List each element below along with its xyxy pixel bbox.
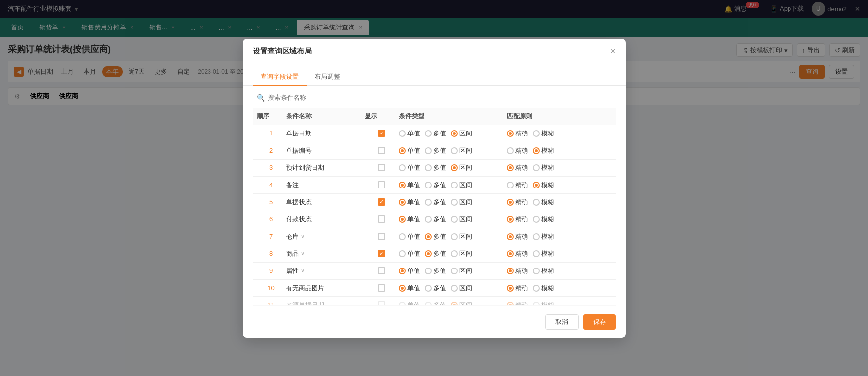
table-row: 1单据日期✓单值多值区间精确模糊 — [253, 125, 616, 142]
match-radio-模糊[interactable]: 模糊 — [533, 249, 554, 258]
match-radio-精确[interactable]: 精确 — [507, 301, 528, 306]
type-radio-区间[interactable]: 区间 — [451, 129, 472, 138]
show-checkbox[interactable] — [378, 233, 385, 240]
type-radio-区间[interactable]: 区间 — [451, 284, 472, 293]
show-checkbox[interactable] — [378, 267, 385, 274]
table-row: 10有无商品图片单值多值区间精确模糊 — [253, 280, 616, 297]
search-box: 🔍 — [253, 92, 361, 104]
type-radio-区间[interactable]: 区间 — [451, 267, 472, 275]
table-row: 2单据编号单值多值区间精确模糊 — [253, 142, 616, 160]
type-radio-多值[interactable]: 多值 — [425, 301, 446, 306]
show-checkbox[interactable] — [378, 164, 385, 171]
match-radio-精确[interactable]: 精确 — [507, 284, 528, 293]
show-checkbox[interactable] — [378, 301, 385, 306]
type-radio-多值[interactable]: 多值 — [425, 163, 446, 172]
match-radio-精确[interactable]: 精确 — [507, 181, 528, 189]
match-radio-精确[interactable]: 精确 — [507, 129, 528, 138]
table-row: 8商品 ∨✓单值多值区间精确模糊 — [253, 245, 616, 263]
dialog-title: 设置查询区域布局 — [253, 47, 312, 56]
match-radio-精确[interactable]: 精确 — [507, 267, 528, 275]
match-radio-模糊[interactable]: 模糊 — [533, 198, 554, 207]
type-radio-单值[interactable]: 单值 — [399, 267, 420, 275]
type-radio-区间[interactable]: 区间 — [451, 249, 472, 258]
dialog-search-area: 🔍 — [243, 86, 626, 108]
match-radio-模糊[interactable]: 模糊 — [533, 267, 554, 275]
type-radio-区间[interactable]: 区间 — [451, 215, 472, 224]
type-radio-单值[interactable]: 单值 — [399, 129, 420, 138]
type-radio-单值[interactable]: 单值 — [399, 181, 420, 189]
table-row: 9属性 ∨单值多值区间精确模糊 — [253, 263, 616, 280]
type-radio-单值[interactable]: 单值 — [399, 198, 420, 207]
type-radio-多值[interactable]: 多值 — [425, 181, 446, 189]
show-checkbox[interactable] — [378, 181, 385, 188]
type-radio-区间[interactable]: 区间 — [451, 146, 472, 155]
match-radio-精确[interactable]: 精确 — [507, 163, 528, 172]
show-checkbox[interactable]: ✓ — [378, 198, 385, 206]
match-radio-精确[interactable]: 精确 — [507, 198, 528, 207]
search-icon: 🔍 — [257, 94, 265, 102]
type-radio-多值[interactable]: 多值 — [425, 284, 446, 293]
type-radio-多值[interactable]: 多值 — [425, 198, 446, 207]
match-radio-精确[interactable]: 精确 — [507, 249, 528, 258]
settings-dialog: 设置查询区域布局 × 查询字段设置 布局调整 🔍 顺序 条件名称 — [243, 39, 626, 332]
match-radio-模糊[interactable]: 模糊 — [533, 232, 554, 241]
search-input[interactable] — [268, 94, 346, 101]
match-radio-模糊[interactable]: 模糊 — [533, 301, 554, 306]
match-radio-模糊[interactable]: 模糊 — [533, 163, 554, 172]
type-radio-区间[interactable]: 区间 — [451, 163, 472, 172]
match-radio-精确[interactable]: 精确 — [507, 232, 528, 241]
table-head: 顺序 条件名称 显示 条件类型 匹配原则 — [253, 108, 616, 125]
type-radio-区间[interactable]: 区间 — [451, 301, 472, 306]
show-checkbox[interactable] — [378, 284, 385, 292]
table-row: 5单据状态✓单值多值区间精确模糊 — [253, 194, 616, 211]
type-radio-单值[interactable]: 单值 — [399, 249, 420, 258]
type-radio-多值[interactable]: 多值 — [425, 232, 446, 241]
type-radio-单值[interactable]: 单值 — [399, 284, 420, 293]
save-btn[interactable]: 保存 — [583, 314, 616, 330]
dialog-footer: 取消 保存 — [243, 306, 626, 332]
match-radio-模糊[interactable]: 模糊 — [533, 215, 554, 224]
table-row: 3预计到货日期单值多值区间精确模糊 — [253, 160, 616, 177]
dialog-overlay[interactable]: 设置查询区域布局 × 查询字段设置 布局调整 🔍 顺序 条件名称 — [0, 0, 868, 332]
show-checkbox[interactable]: ✓ — [378, 250, 385, 257]
type-radio-多值[interactable]: 多值 — [425, 215, 446, 224]
type-radio-多值[interactable]: 多值 — [425, 146, 446, 155]
table-row: 11来源单据日期单值多值区间精确模糊 — [253, 297, 616, 306]
table-rows: 1单据日期✓单值多值区间精确模糊2单据编号单值多值区间精确模糊3预计到货日期单值… — [253, 125, 616, 306]
show-checkbox[interactable] — [378, 147, 385, 154]
type-radio-区间[interactable]: 区间 — [451, 181, 472, 189]
dialog-header: 设置查询区域布局 × — [243, 39, 626, 62]
dialog-close-btn[interactable]: × — [610, 47, 616, 55]
show-checkbox[interactable]: ✓ — [378, 130, 385, 137]
cancel-btn[interactable]: 取消 — [545, 314, 579, 330]
type-radio-多值[interactable]: 多值 — [425, 249, 446, 258]
type-radio-区间[interactable]: 区间 — [451, 198, 472, 207]
table-row: 7仓库 ∨单值多值区间精确模糊 — [253, 228, 616, 245]
type-radio-多值[interactable]: 多值 — [425, 267, 446, 275]
table-row: 6付款状态单值多值区间精确模糊 — [253, 211, 616, 228]
dialog-table: 顺序 条件名称 显示 条件类型 匹配原则 1单据日期✓单值多值区间精确模糊2单据… — [243, 108, 626, 306]
dialog-tabs: 查询字段设置 布局调整 — [243, 62, 626, 86]
type-radio-区间[interactable]: 区间 — [451, 232, 472, 241]
tab-query-fields[interactable]: 查询字段设置 — [253, 68, 307, 86]
type-radio-单值[interactable]: 单值 — [399, 163, 420, 172]
match-radio-模糊[interactable]: 模糊 — [533, 146, 554, 155]
type-radio-多值[interactable]: 多值 — [425, 129, 446, 138]
main-area: 采购订单统计表(按供应商) 🖨 按模板打印 ▾ ↑ 导出 ↺ 刷新 ◀ 单据日期… — [0, 37, 868, 332]
type-radio-单值[interactable]: 单值 — [399, 146, 420, 155]
type-radio-单值[interactable]: 单值 — [399, 301, 420, 306]
match-radio-模糊[interactable]: 模糊 — [533, 181, 554, 189]
show-checkbox[interactable] — [378, 215, 385, 223]
type-radio-单值[interactable]: 单值 — [399, 232, 420, 241]
type-radio-单值[interactable]: 单值 — [399, 215, 420, 224]
match-radio-模糊[interactable]: 模糊 — [533, 284, 554, 293]
tab-layout[interactable]: 布局调整 — [307, 68, 348, 86]
match-radio-精确[interactable]: 精确 — [507, 146, 528, 155]
match-radio-精确[interactable]: 精确 — [507, 215, 528, 224]
match-radio-模糊[interactable]: 模糊 — [533, 129, 554, 138]
table-row: 4备注单值多值区间精确模糊 — [253, 177, 616, 194]
